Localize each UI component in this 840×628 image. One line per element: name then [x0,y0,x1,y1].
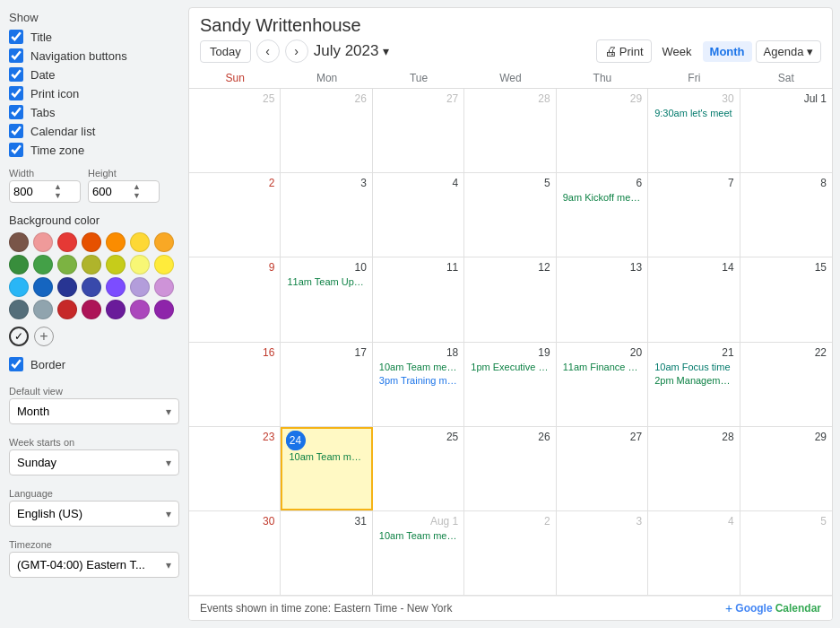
day-cell-2-1[interactable]: 1011am Team Update [281,257,372,341]
today-button[interactable]: Today [200,40,251,63]
timezone-checkbox[interactable] [9,143,23,157]
event-5-2-0[interactable]: 10am Team meeting [377,529,460,542]
week-view-button[interactable]: Week [655,41,699,62]
color-swatch-5[interactable] [130,232,150,252]
event-0-5-0[interactable]: 9:30am let's meet [652,107,735,119]
day-cell-0-5[interactable]: 309:30am let's meet [648,89,740,172]
day-cell-0-6[interactable]: Jul 1 [740,89,832,172]
color-swatch-13[interactable] [154,255,174,275]
day-cell-2-5[interactable]: 14 [648,257,740,341]
callist-checkbox[interactable] [9,124,23,138]
day-cell-3-6[interactable]: 22 [740,343,832,426]
day-cell-5-6[interactable]: 5 [740,511,832,595]
day-cell-1-4[interactable]: 69am Kickoff meeting [557,173,648,257]
color-swatch-11[interactable] [106,255,126,275]
checkbox-print[interactable]: Print icon [9,86,179,100]
event-2-1-0[interactable]: 11am Team Update [284,275,368,288]
event-3-2-0[interactable]: 10am Team meeting [377,361,460,373]
event-3-5-1[interactable]: 2pm Management m [652,374,735,387]
day-cell-3-3[interactable]: 191pm Executive meet [464,343,556,426]
color-swatch-22[interactable] [33,300,53,319]
day-cell-2-4[interactable]: 13 [557,257,648,341]
google-calendar-link[interactable]: + Google Calendar [725,601,821,615]
checkbox-nav[interactable]: Navigation buttons [9,48,179,63]
title-checkbox[interactable] [9,30,23,44]
height-up[interactable]: ▲ [133,183,141,191]
next-month-button[interactable]: › [285,39,308,63]
day-cell-2-6[interactable]: 15 [740,257,832,341]
day-cell-5-3[interactable]: 2 [464,511,556,595]
day-cell-5-5[interactable]: 4 [648,511,740,595]
language-select[interactable]: English (US) [10,502,178,526]
color-swatch-23[interactable] [57,300,77,319]
month-dropdown-icon[interactable]: ▾ [383,44,389,58]
color-swatch-26[interactable] [130,300,150,319]
day-cell-1-1[interactable]: 3 [281,173,372,257]
day-cell-4-3[interactable]: 26 [464,427,556,510]
checkbox-tabs[interactable]: Tabs [9,105,179,119]
color-swatch-17[interactable] [82,277,101,297]
day-cell-4-2[interactable]: 25 [373,427,464,510]
color-swatch-2[interactable] [57,232,77,252]
color-check-icon[interactable]: ✓ [9,327,29,346]
event-3-2-1[interactable]: 3pm Training meetin [377,374,460,387]
event-3-4-0[interactable]: 11am Finance call [560,361,644,373]
color-swatch-16[interactable] [57,277,77,297]
event-1-4-0[interactable]: 9am Kickoff meeting [560,191,644,204]
color-swatch-10[interactable] [82,255,101,275]
print-checkbox[interactable] [9,86,23,100]
day-cell-4-1[interactable]: 2410am Team meeting [281,427,372,510]
color-swatch-24[interactable] [82,300,101,319]
color-swatch-25[interactable] [106,300,126,319]
checkbox-date[interactable]: Date [9,67,179,82]
month-view-button[interactable]: Month [703,41,752,62]
color-swatch-3[interactable] [82,232,101,252]
day-cell-3-4[interactable]: 2011am Finance call [557,343,648,426]
color-swatch-12[interactable] [130,255,150,275]
day-cell-0-4[interactable]: 29 [557,89,648,172]
event-3-3-0[interactable]: 1pm Executive meet [468,361,551,373]
color-add-icon[interactable]: + [34,327,54,346]
color-swatch-19[interactable] [130,277,150,297]
day-cell-1-0[interactable]: 2 [189,173,281,257]
tabs-checkbox[interactable] [9,105,23,119]
day-cell-5-0[interactable]: 30 [189,511,281,595]
width-up[interactable]: ▲ [54,183,62,191]
color-swatch-15[interactable] [33,277,53,297]
border-checkbox-row[interactable]: Border [9,357,179,371]
day-cell-5-2[interactable]: Aug 110am Team meeting [373,511,464,595]
width-input[interactable] [13,185,54,198]
day-cell-0-0[interactable]: 25 [189,89,281,172]
day-cell-4-6[interactable]: 29 [740,427,832,510]
day-cell-1-2[interactable]: 4 [373,173,464,257]
agenda-view-button[interactable]: Agenda ▾ [756,40,821,63]
color-swatch-6[interactable] [154,232,174,252]
day-cell-3-5[interactable]: 2110am Focus time2pm Management m [648,343,740,426]
day-cell-1-3[interactable]: 5 [464,173,556,257]
event-4-1-0[interactable]: 10am Team meeting [286,450,367,463]
print-button[interactable]: 🖨 Print [596,39,652,63]
color-swatch-20[interactable] [154,277,174,297]
checkbox-timezone[interactable]: Time zone [9,143,179,157]
color-swatch-14[interactable] [9,277,29,297]
color-swatch-4[interactable] [106,232,126,252]
border-checkbox[interactable] [9,357,23,371]
day-cell-1-6[interactable]: 8 [740,173,832,257]
color-swatch-7[interactable] [9,255,29,275]
height-down[interactable]: ▼ [133,192,141,200]
day-cell-5-4[interactable]: 3 [557,511,648,595]
day-cell-5-1[interactable]: 31 [281,511,372,595]
color-swatch-27[interactable] [154,300,174,319]
checkbox-title[interactable]: Title [9,30,179,44]
checkbox-callist[interactable]: Calendar list [9,124,179,138]
day-cell-0-2[interactable]: 27 [373,89,464,172]
timezone-select[interactable]: (GMT-04:00) Eastern T... [10,553,178,577]
event-3-5-0[interactable]: 10am Focus time [652,361,735,373]
day-cell-1-5[interactable]: 7 [648,173,740,257]
day-cell-4-0[interactable]: 23 [189,427,281,510]
color-swatch-9[interactable] [57,255,77,275]
day-cell-0-1[interactable]: 26 [281,89,372,172]
day-cell-3-2[interactable]: 1810am Team meeting3pm Training meetin [373,343,464,426]
day-cell-2-2[interactable]: 11 [373,257,464,341]
day-cell-0-3[interactable]: 28 [464,89,556,172]
